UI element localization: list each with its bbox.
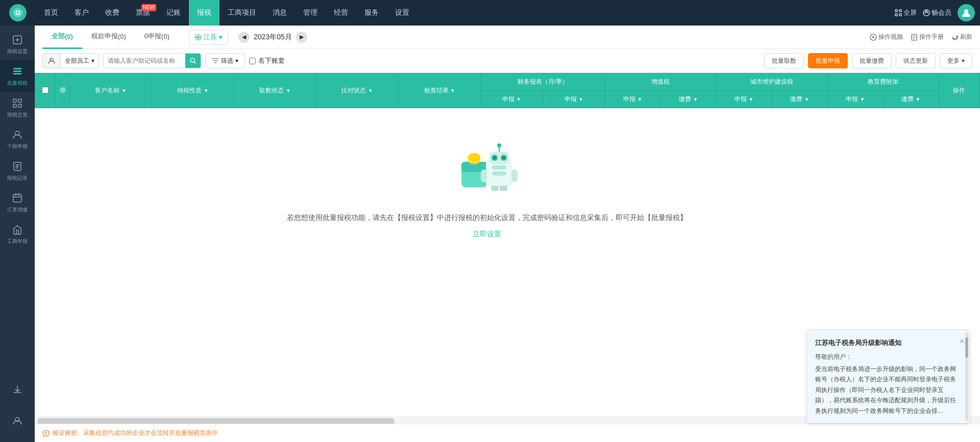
nav-home[interactable]: 首页 — [36, 0, 66, 26]
th-education-surcharge: 教育费附加 — [827, 73, 939, 91]
empty-message: 若您想使用批量报税功能，请先在【报税设置】中进行报税的初始化设置，完成密码验证和… — [287, 210, 687, 225]
member-btn[interactable]: 畅会员 — [923, 8, 951, 17]
avatar[interactable] — [958, 4, 975, 21]
notification-panel: × 江苏电子税务局升级影响通知 尊敬的用户： 受当前电子税务局进一步升级的影响，… — [806, 330, 970, 424]
empty-state: 若您想使用批量报税功能，请先在【报税设置】中进行报税的初始化设置，完成密码验证和… — [35, 108, 939, 269]
batch-pay-button[interactable]: 批量缴费 — [852, 53, 892, 68]
toolbar: 全部员工 ▾ 筛选 ▾ 名下账套 批量取数 批量申报 — [35, 49, 980, 73]
warning-icon — [42, 430, 50, 437]
nav-bookkeeping[interactable]: 记账 — [158, 0, 189, 26]
svg-marker-21 — [873, 36, 875, 38]
nav-tax[interactable]: 报税 — [189, 0, 219, 26]
sidebar: 报税设置 批量报税 报税总览 个税申报 报税记录 — [0, 26, 35, 442]
region-select[interactable]: 江苏 ▾ — [189, 30, 228, 45]
notification-content: 受当前电子税务局进一步升级的影响，同一个政务网账号（办税人）名下的企业不能再同时… — [815, 364, 961, 416]
th-urban-declaration: 申报 ▼ — [716, 91, 772, 108]
notif-scrollbar[interactable] — [965, 332, 968, 421]
tax-settings-icon — [11, 34, 23, 46]
svg-rect-1 — [899, 10, 901, 12]
svg-rect-37 — [492, 165, 506, 169]
sidebar-profile[interactable] — [0, 405, 35, 437]
nav-invoice[interactable]: 票据 NEW — [128, 0, 158, 26]
tabs-bar: 全部(0) 税款申报(0) 0申报(0) 江苏 ▾ ◀ 2023年05月 ▶ — [35, 26, 980, 49]
notification-title: 江苏电子税务局升级影响通知 — [815, 337, 961, 349]
nav-service[interactable]: 服务 — [356, 0, 387, 26]
setup-link[interactable]: 立即设置 — [473, 230, 501, 239]
sidebar-item-annual-report[interactable]: 工商年报 — [0, 218, 35, 250]
more-button[interactable]: 更多 ▾ — [940, 53, 972, 68]
comparestatus-filter-icon[interactable]: ▼ — [368, 88, 373, 93]
sidebar-bottom — [0, 374, 35, 442]
th-vat: 增值税 — [605, 73, 716, 91]
fetchstatus-filter-icon[interactable]: ▼ — [286, 88, 291, 93]
batch-submit-button[interactable]: 批量申报 — [808, 53, 848, 68]
video-tutorial-btn[interactable]: 操作视频 — [870, 33, 903, 41]
select-all-checkbox[interactable] — [42, 87, 48, 93]
nav-manage[interactable]: 管理 — [295, 0, 326, 26]
employee-select-value: 全部员工 ▾ — [61, 57, 99, 65]
batch-get-button[interactable]: 批量取数 — [764, 53, 804, 68]
region-chevron: ▾ — [219, 33, 223, 41]
svg-rect-8 — [13, 68, 21, 69]
svg-rect-0 — [895, 10, 897, 12]
status-update-button[interactable]: 状态更新 — [896, 53, 936, 68]
checkresult-filter-icon[interactable]: ▼ — [450, 88, 455, 93]
svg-rect-13 — [13, 104, 16, 107]
annual-clearance-icon — [11, 192, 23, 204]
tab-tax-declaration[interactable]: 税款申报(0) — [82, 26, 135, 49]
tab-zero-declaration[interactable]: 0申报(0) — [135, 26, 179, 49]
filter-button[interactable]: 筛选 ▾ — [205, 53, 245, 68]
tax-overview-icon — [11, 97, 23, 109]
sidebar-item-tax-overview[interactable]: 报税总览 — [0, 91, 35, 123]
sidebar-item-tax-settings[interactable]: 报税设置 — [0, 28, 35, 60]
sidebar-download[interactable] — [0, 374, 35, 405]
nav-operation[interactable]: 经营 — [326, 0, 356, 26]
refresh-btn[interactable]: 刷新 — [951, 33, 972, 41]
tab-all[interactable]: 全部(0) — [42, 26, 82, 49]
tabs-right: 操作视频 操作手册 刷新 — [870, 33, 972, 41]
th-compare-status: 比对状态 ▼ — [316, 73, 399, 108]
svg-rect-41 — [491, 186, 499, 191]
svg-rect-11 — [13, 99, 16, 102]
bottom-bar: 验证账密、采集信息均成功的企业才会流转至批量报税页面中 — [35, 424, 980, 442]
svg-point-36 — [502, 156, 505, 159]
notif-scroll-thumb — [965, 337, 968, 358]
svg-rect-2 — [895, 14, 897, 16]
accountset-checkbox[interactable] — [249, 58, 256, 64]
nav-customer[interactable]: 客户 — [66, 0, 97, 26]
employee-select-icon — [43, 54, 61, 68]
nav-fee[interactable]: 收费 — [97, 0, 128, 26]
fullscreen-btn[interactable]: 全屏 — [895, 8, 917, 17]
search-button[interactable] — [185, 53, 201, 68]
nav-commerce[interactable]: 工商项目 — [219, 0, 264, 26]
employee-chevron-icon: ▾ — [91, 57, 94, 64]
th-financial-declaration: 申报 ▼ — [481, 91, 543, 108]
sidebar-item-tax-records[interactable]: 报税记录 — [0, 155, 35, 186]
employee-select[interactable]: 全部员工 ▾ — [42, 53, 99, 68]
th-edu-declaration: 申报 ▼ — [827, 91, 883, 108]
svg-rect-42 — [500, 186, 507, 191]
customer-filter-icon[interactable]: ▼ — [121, 88, 127, 93]
notification-close-button[interactable]: × — [960, 334, 964, 348]
search-input[interactable] — [104, 54, 185, 68]
nav-settings[interactable]: 设置 — [387, 0, 418, 26]
sidebar-item-batch-tax[interactable]: 批量报税 — [0, 60, 35, 91]
svg-rect-3 — [899, 14, 901, 16]
manual-btn[interactable]: 操作手册 — [911, 33, 944, 41]
th-edu-pay: 缴费 ▼ — [883, 91, 939, 108]
checkbox-label-accountset[interactable]: 名下账套 — [249, 56, 285, 65]
svg-rect-10 — [13, 73, 21, 75]
robot-illustration — [456, 139, 518, 200]
taxtype-filter-icon[interactable]: ▼ — [204, 88, 209, 93]
next-month-btn[interactable]: ▶ — [296, 32, 307, 43]
nav-message[interactable]: 消息 — [264, 0, 295, 26]
svg-rect-9 — [13, 70, 21, 72]
svg-rect-39 — [481, 169, 487, 182]
logo[interactable] — [5, 0, 31, 26]
sidebar-item-personal-tax[interactable]: 个税申报 — [0, 123, 35, 155]
sidebar-item-annual-clearance[interactable]: 汇算清缴 — [0, 186, 35, 218]
prev-month-btn[interactable]: ◀ — [238, 32, 250, 43]
svg-point-6 — [964, 9, 968, 13]
th-financial-report: 财务报表（月/季） — [481, 73, 605, 91]
personal-tax-icon — [11, 129, 23, 141]
